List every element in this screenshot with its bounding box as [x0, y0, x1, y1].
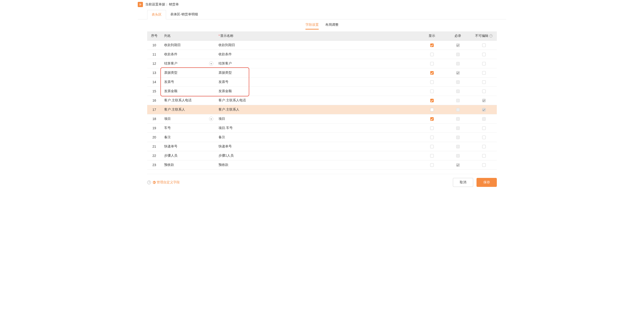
- checkbox-show[interactable]: [430, 154, 434, 158]
- cell-display-name[interactable]: 收款到期日: [216, 41, 419, 50]
- checkbox-readonly[interactable]: [482, 80, 486, 84]
- checkbox-readonly[interactable]: [482, 136, 486, 139]
- cell-required: [445, 41, 471, 50]
- current-doc-label: 当前设置单据：: [145, 2, 168, 6]
- cell-required: [445, 87, 471, 96]
- cell-display-name[interactable]: 步骤1人员: [216, 151, 419, 160]
- footer-left: ? 管理自定义字段: [147, 180, 180, 184]
- cancel-button[interactable]: 取消: [453, 178, 473, 187]
- checkbox-readonly[interactable]: [482, 154, 486, 158]
- header-bar: 当前设置单据： 销货单: [138, 0, 506, 9]
- cell-readonly: [471, 160, 497, 170]
- plus-icon[interactable]: +: [209, 62, 213, 66]
- cell-name: 客户.主联系人: [161, 105, 216, 114]
- cell-seq: 18: [147, 114, 161, 124]
- cell-seq: 10: [147, 41, 161, 50]
- checkbox-show[interactable]: [430, 136, 434, 139]
- cell-readonly: [471, 59, 497, 68]
- sub-tab-1[interactable]: 布局调整: [325, 23, 338, 30]
- cell-name: 发票号: [161, 78, 216, 87]
- cell-display-name[interactable]: 结算客户: [216, 59, 419, 68]
- manage-custom-fields-link[interactable]: 管理自定义字段: [152, 180, 180, 184]
- checkbox-show[interactable]: [430, 163, 434, 167]
- cell-name: 收款条件: [161, 50, 216, 59]
- cell-readonly: [471, 41, 497, 50]
- cell-show: [419, 50, 445, 59]
- cell-name: 客户.主联系人电话: [161, 96, 216, 105]
- cell-display-name[interactable]: 发票金额: [216, 87, 419, 96]
- table-row: 16客户.主联系人电话客户.主联系人电话: [147, 96, 497, 105]
- checkbox-show[interactable]: [430, 90, 434, 93]
- checkbox-show[interactable]: [430, 44, 434, 47]
- cell-display-name[interactable]: 发票号: [216, 78, 419, 87]
- checkbox-required: [456, 80, 460, 84]
- cell-readonly: [471, 133, 497, 142]
- checkbox-readonly[interactable]: [482, 126, 486, 130]
- cell-required: [445, 124, 471, 133]
- checkbox-required: [456, 117, 460, 121]
- checkbox-show[interactable]: [430, 145, 434, 148]
- checkbox-show[interactable]: [430, 71, 434, 75]
- question-icon[interactable]: ?: [147, 180, 151, 184]
- plus-icon[interactable]: +: [209, 117, 213, 121]
- checkbox-readonly[interactable]: [482, 145, 486, 148]
- table-header-row: 序号 列名 *显示名称 显示 必录 不可编辑?: [147, 32, 497, 41]
- checkbox-show[interactable]: [430, 108, 434, 112]
- table-row: 19车号项目.车号: [147, 124, 497, 133]
- cell-display-name[interactable]: 客户.主联系人: [216, 105, 419, 114]
- cell-readonly: [471, 50, 497, 59]
- tab-top-0[interactable]: 表头区: [147, 10, 166, 19]
- cell-display-name[interactable]: 收款条件: [216, 50, 419, 59]
- collapse-toggle[interactable]: [138, 2, 143, 7]
- checkbox-show[interactable]: [430, 53, 434, 56]
- checkbox-required: [456, 53, 460, 56]
- checkbox-show[interactable]: [430, 99, 434, 102]
- cell-display-name[interactable]: 票据类型: [216, 68, 419, 78]
- checkbox-show[interactable]: [430, 80, 434, 84]
- cell-name: 快递单号: [161, 142, 216, 151]
- checkbox-show[interactable]: [430, 126, 434, 130]
- chevron-double-right-icon: [139, 3, 142, 6]
- footer: ? 管理自定义字段 取消 保存: [147, 174, 497, 191]
- cell-display-name[interactable]: 项目: [216, 114, 419, 124]
- help-icon[interactable]: ?: [489, 34, 492, 38]
- cell-seq: 11: [147, 50, 161, 59]
- cell-show: [419, 124, 445, 133]
- checkbox-readonly[interactable]: [482, 62, 486, 66]
- table-row: 10收款到期日收款到期日: [147, 41, 497, 50]
- checkbox-readonly[interactable]: [482, 44, 486, 47]
- checkbox-show[interactable]: [430, 117, 434, 121]
- cell-display-name[interactable]: 客户.主联系人电话: [216, 96, 419, 105]
- cell-display-name[interactable]: 备注: [216, 133, 419, 142]
- table-row: 12结算客户+结算客户: [147, 59, 497, 68]
- cell-show: [419, 114, 445, 124]
- checkbox-readonly[interactable]: [482, 163, 486, 167]
- checkbox-show[interactable]: [430, 62, 434, 66]
- cell-readonly: [471, 68, 497, 78]
- cell-display-name[interactable]: 预收款: [216, 160, 419, 170]
- cell-readonly: [471, 124, 497, 133]
- checkbox-readonly[interactable]: [482, 53, 486, 56]
- save-button[interactable]: 保存: [476, 178, 497, 187]
- cell-seq: 13: [147, 68, 161, 78]
- cell-seq: 16: [147, 96, 161, 105]
- cell-name: 结算客户+: [161, 59, 216, 68]
- cell-show: [419, 142, 445, 151]
- footer-right: 取消 保存: [453, 178, 497, 187]
- tabs-top: 表头区表体区-销货单明细: [138, 10, 506, 19]
- cell-display-name[interactable]: 快递单号: [216, 142, 419, 151]
- table-row: 18项目+项目: [147, 114, 497, 124]
- checkbox-readonly[interactable]: [482, 90, 486, 93]
- cell-readonly: [471, 114, 497, 124]
- cell-name: 步骤人员: [161, 151, 216, 160]
- tab-top-1[interactable]: 表体区-销货单明细: [166, 10, 202, 19]
- checkbox-readonly[interactable]: [482, 71, 486, 75]
- cell-seq: 17: [147, 105, 161, 114]
- sub-tabs: 字段设置布局调整: [138, 19, 506, 32]
- table-row: 17客户.主联系人客户.主联系人: [147, 105, 497, 114]
- cell-seq: 23: [147, 160, 161, 170]
- sub-tab-0[interactable]: 字段设置: [306, 23, 319, 30]
- cell-name: 项目+: [161, 114, 216, 124]
- cell-readonly: [471, 151, 497, 160]
- cell-display-name[interactable]: 项目.车号: [216, 124, 419, 133]
